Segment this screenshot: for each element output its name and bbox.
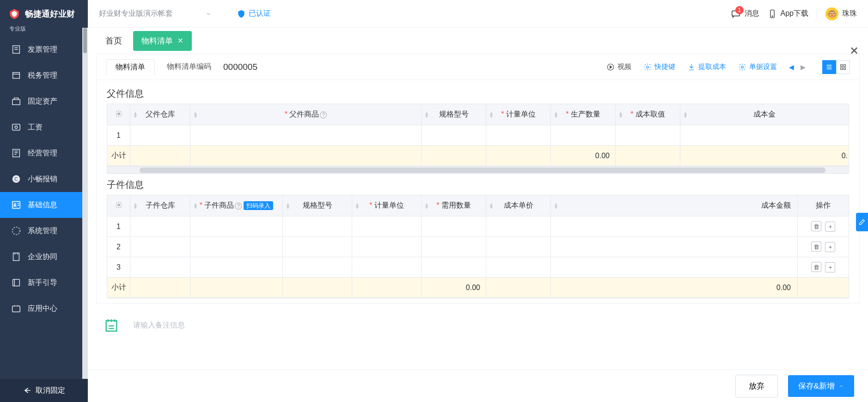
add-row-button[interactable]: ＋	[825, 262, 835, 272]
svg-point-4	[15, 126, 18, 129]
card-header: 物料清单 物料清单编码 0000005 视频 快捷键 提取成本	[97, 54, 859, 80]
sidebar-item-basic-info[interactable]: 基础信息	[0, 192, 88, 218]
delete-row-button[interactable]: 🗑	[811, 262, 821, 272]
extract-cost-link[interactable]: 提取成本	[687, 62, 726, 71]
table-row[interactable]: 2🗑＋	[107, 237, 849, 257]
tabbar: 首页 物料清单 ✕	[88, 28, 868, 54]
svg-point-10	[12, 227, 20, 235]
cancel-button[interactable]: 放弃	[735, 375, 778, 397]
footer-bar: 放弃 保存&新增	[88, 370, 868, 402]
save-new-button[interactable]: 保存&新增	[788, 375, 854, 397]
system-icon	[11, 226, 21, 236]
col-spec[interactable]: ▴▾规格型号	[422, 104, 486, 125]
gear-icon	[738, 63, 746, 71]
col-need-qty[interactable]: ▴▾需用数量	[422, 195, 486, 216]
col-cost-method[interactable]: ▴▾成本取值	[616, 104, 680, 125]
user-menu[interactable]: 🐵 珠珠	[825, 7, 857, 20]
col-operation: 操作	[798, 195, 849, 216]
col-unit[interactable]: ▴▾计量单位	[352, 195, 422, 216]
help-icon[interactable]: ?	[235, 203, 242, 210]
table-row[interactable]: 3🗑＋	[107, 257, 849, 278]
remark-input[interactable]	[133, 321, 852, 329]
col-cost-amount[interactable]: ▴▾成本金	[680, 104, 849, 125]
table-row[interactable]: 1	[107, 125, 849, 146]
messages-button[interactable]: 1 消息	[731, 9, 759, 19]
sidebar-item-label: 固定资产	[28, 97, 57, 106]
card-tab[interactable]: 物料清单	[106, 59, 155, 75]
view-list-button[interactable]	[822, 60, 836, 74]
svg-rect-20	[841, 64, 843, 66]
col-parent-warehouse[interactable]: ▴▾父件仓库	[130, 104, 190, 125]
sidebar-item-salary[interactable]: 工资	[0, 114, 88, 140]
prev-button[interactable]: ◀	[789, 63, 794, 71]
delete-row-button[interactable]: 🗑	[811, 241, 821, 252]
add-row-button[interactable]: ＋	[825, 242, 835, 252]
unpin-icon	[23, 386, 32, 395]
sidebar-item-guide[interactable]: 新手引导	[0, 270, 88, 296]
parent-section-title: 父件信息	[107, 87, 849, 100]
h-scrollbar[interactable]	[107, 167, 849, 174]
sidebar-item-label: 应用中心	[28, 304, 57, 314]
help-icon[interactable]: ?	[320, 111, 327, 118]
sidebar: 畅捷通好业财 专业版 发票管理 税务管理 固定资产 工资 经营管理 C小畅报销 …	[0, 0, 88, 402]
gear-icon	[643, 63, 652, 71]
scan-chip[interactable]: 扫码录入	[244, 201, 273, 210]
next-button[interactable]: ▶	[801, 63, 806, 71]
table-row[interactable]: 1🗑＋	[107, 216, 849, 237]
video-link[interactable]: 视频	[606, 62, 631, 71]
col-spec[interactable]: ▴▾规格型号	[283, 195, 352, 216]
sidebar-item-label: 小畅报销	[28, 174, 57, 184]
svg-point-16	[772, 16, 773, 17]
avatar: 🐵	[825, 7, 838, 20]
main: 好业财专业版演示帐套 已认证 1 消息 App下载 🐵 珠珠	[88, 0, 868, 402]
sidebar-item-tax[interactable]: 税务管理	[0, 62, 88, 88]
add-row-button[interactable]: ＋	[825, 222, 835, 232]
app-download-button[interactable]: App下载	[768, 9, 808, 19]
verified-badge[interactable]: 已认证	[237, 9, 271, 19]
guide-icon	[11, 278, 21, 288]
svg-rect-1	[13, 73, 20, 79]
col-unit[interactable]: ▴▾计量单位	[486, 104, 551, 125]
sidebar-item-appcenter[interactable]: 应用中心	[0, 296, 88, 322]
app-download-label: App下载	[781, 9, 808, 19]
sidebar-item-asset[interactable]: 固定资产	[0, 88, 88, 114]
child-table: ▴▾子件仓库 ▴▾子件商品?扫码录入 ▴▾规格型号 ▴▾计量单位 ▴▾需用数量 …	[107, 195, 849, 298]
col-cost-amount[interactable]: ▴▾成本金额	[551, 195, 798, 216]
view-form-button[interactable]	[836, 60, 850, 74]
sidebar-item-expense[interactable]: C小畅报销	[0, 166, 88, 192]
delete-row-button[interactable]: 🗑	[811, 221, 821, 231]
tab-home[interactable]: 首页	[101, 31, 127, 50]
doc-code-label: 物料清单编码	[167, 62, 211, 72]
doc-setting-link[interactable]: 单据设置	[738, 62, 777, 71]
tabbar-close-button[interactable]: ✕	[850, 44, 859, 57]
brand-logo-icon	[8, 8, 20, 20]
sidebar-item-operation[interactable]: 经营管理	[0, 140, 88, 166]
gear-column[interactable]	[107, 104, 130, 125]
gear-column[interactable]	[107, 195, 130, 216]
col-parent-product[interactable]: ▴▾父件商品?	[190, 104, 422, 125]
tab-material-list[interactable]: 物料清单 ✕	[133, 31, 192, 51]
chevron-up-icon	[838, 383, 844, 389]
asset-icon	[11, 96, 21, 106]
phone-icon	[768, 9, 777, 19]
col-unit-cost[interactable]: ▴▾成本单价	[486, 195, 551, 216]
sidebar-item-invoice[interactable]: 发票管理	[0, 37, 88, 62]
close-icon[interactable]: ✕	[177, 37, 183, 45]
col-child-warehouse[interactable]: ▴▾子件仓库	[130, 195, 190, 216]
right-drawer-button[interactable]	[856, 213, 868, 231]
subtotal-row: 小计0.000.00	[107, 278, 849, 298]
col-child-product[interactable]: ▴▾子件商品?扫码录入	[190, 195, 283, 216]
sidebar-scrollbar[interactable]	[82, 28, 88, 379]
brand: 畅捷通好业财	[0, 0, 88, 28]
topbar: 好业财专业版演示帐套 已认证 1 消息 App下载 🐵 珠珠	[88, 0, 868, 28]
account-selector[interactable]: 好业财专业版演示帐套	[99, 9, 212, 19]
shortcut-link[interactable]: 快捷键	[643, 62, 675, 71]
unpin-button[interactable]: 取消固定	[0, 379, 88, 402]
chevron-down-icon	[205, 11, 212, 17]
account-name: 好业财专业版演示帐套	[99, 9, 173, 19]
play-icon	[606, 63, 615, 71]
child-section-title: 子件信息	[107, 179, 849, 191]
sidebar-item-collab[interactable]: 企业协同	[0, 244, 88, 270]
col-qty[interactable]: ▴▾生产数量	[551, 104, 616, 125]
sidebar-item-system[interactable]: 系统管理	[0, 218, 88, 244]
